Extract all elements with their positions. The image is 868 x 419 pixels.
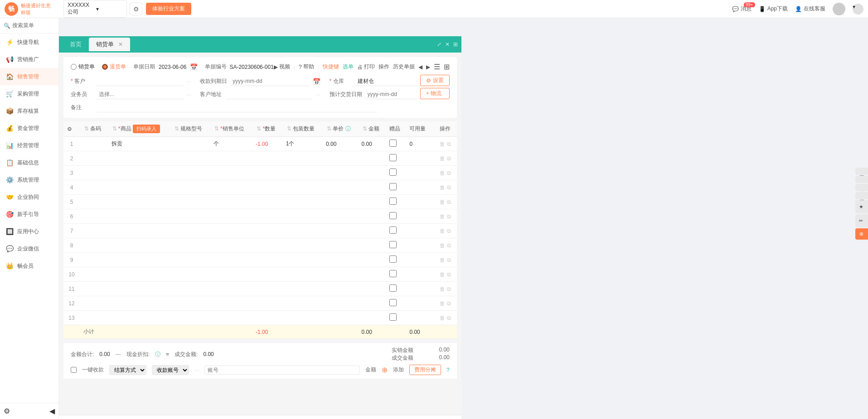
tab-sales-order[interactable]: 销货单 ✕ — [89, 38, 130, 51]
sort-icon[interactable]: ⇅ — [257, 125, 261, 132]
online-service-btn[interactable]: 👤 在线客服 — [795, 5, 825, 13]
delete-icon[interactable]: 🗑 — [440, 155, 445, 162]
fee-split-btn[interactable]: 费用分摊 — [409, 365, 441, 375]
account-more-icon[interactable]: ··· — [194, 367, 199, 373]
help-btn[interactable]: ? 帮助 — [299, 63, 314, 71]
delete-icon[interactable]: 🗑 — [440, 286, 445, 292]
shortcut-btn[interactable]: 快捷键 — [323, 63, 339, 71]
history-btn[interactable]: 历史单据 — [393, 63, 415, 71]
payment-due-calendar-icon[interactable]: 📅 — [313, 78, 320, 85]
delete-icon[interactable]: 🗑 — [440, 141, 445, 147]
list-view-btn[interactable]: ☰ — [434, 63, 440, 71]
sort-icon[interactable]: ⇅ — [287, 125, 291, 132]
sidebar-item-operations[interactable]: 📊 经营管理 — [0, 137, 58, 154]
sidebar-item-enterprise-wechat[interactable]: 💬 企业微信 — [0, 240, 58, 257]
sidebar-item-finance[interactable]: 💰 资金管理 — [0, 120, 58, 137]
delete-icon[interactable]: 🗑 — [440, 257, 445, 263]
gift-checkbox[interactable] — [389, 255, 397, 263]
gift-checkbox[interactable] — [389, 212, 397, 219]
customer-addr-more-icon[interactable]: ··· — [315, 92, 320, 98]
gift-checkbox[interactable] — [389, 197, 397, 205]
one-click-payment-checkbox[interactable] — [71, 367, 77, 373]
gift-checkbox[interactable] — [389, 313, 397, 321]
sort-icon[interactable]: ⇅ — [175, 125, 179, 132]
payment-due-input[interactable] — [230, 77, 310, 86]
print-btn[interactable]: 🖨 打印 — [357, 63, 375, 71]
copy-icon[interactable]: ⧉ — [447, 300, 451, 307]
delete-icon[interactable]: 🗑 — [440, 170, 445, 176]
operation-btn[interactable]: 操作 — [378, 63, 389, 71]
customer-addr-input[interactable] — [225, 90, 313, 99]
float-btn-invoice[interactable]: 票 — [855, 192, 868, 199]
date-calendar-icon[interactable]: 📅 — [190, 63, 198, 71]
gift-checkbox[interactable] — [389, 299, 397, 306]
sidebar-item-purchase-mgmt[interactable]: 🛒 采购管理 — [0, 85, 58, 102]
delete-icon[interactable]: 🗑 — [440, 228, 445, 234]
gift-checkbox[interactable] — [389, 241, 397, 248]
tab-close-icon[interactable]: ✕ — [118, 41, 123, 48]
gift-checkbox[interactable] — [389, 169, 397, 176]
sort-icon[interactable]: ⇅ — [214, 125, 219, 132]
sidebar-item-sales-mgmt[interactable]: 🏠 销售管理 — [0, 68, 58, 85]
copy-icon[interactable]: ⧉ — [447, 199, 451, 205]
sort-icon[interactable]: ⇅ — [84, 125, 89, 132]
delete-icon[interactable]: 🗑 — [440, 315, 445, 321]
next-btn[interactable]: ▶ — [426, 64, 430, 70]
delete-icon[interactable]: 🗑 — [440, 300, 445, 307]
account-select[interactable]: 收款账号 — [152, 365, 189, 375]
grid-view-btn[interactable]: ⊞ — [444, 63, 450, 71]
th-settings[interactable]: ⚙ — [63, 121, 80, 137]
user-arrow[interactable]: ▾ — [853, 4, 863, 14]
delete-icon[interactable]: 🗑 — [440, 184, 445, 191]
sidebar-item-quick-nav[interactable]: ⚡ 快捷导航 — [0, 34, 58, 51]
unit-price-info-icon[interactable]: ⓘ — [345, 125, 351, 132]
cash-discount-info-icon[interactable]: ⓘ — [155, 351, 160, 358]
customer-input[interactable] — [96, 77, 184, 86]
scan-btn[interactable]: 扫码录入 — [133, 125, 160, 133]
settings-icon-btn[interactable]: ⚙ — [130, 3, 142, 15]
account-number-input[interactable] — [204, 366, 360, 375]
logistics-btn[interactable]: + 物流 — [420, 88, 450, 99]
copy-icon[interactable]: ⧉ — [447, 213, 451, 220]
sidebar-settings-icon[interactable]: ⚙ — [4, 407, 10, 415]
float-btn-edit[interactable]: 改 — [855, 184, 868, 191]
cell-product[interactable]: 拆贡 — [108, 137, 170, 151]
gift-checkbox[interactable] — [389, 284, 397, 292]
radio-sale-order[interactable]: 销货单 — [71, 63, 95, 71]
sort-icon[interactable]: ⇅ — [363, 125, 367, 132]
copy-icon[interactable]: ⧉ — [447, 155, 451, 162]
delete-icon[interactable]: 🗑 — [440, 271, 445, 278]
float-btn-add[interactable]: ⊕ — [855, 228, 868, 240]
gift-checkbox[interactable] — [389, 226, 397, 234]
sort-icon[interactable]: ⇅ — [112, 125, 117, 132]
notes-input[interactable] — [96, 103, 377, 112]
radio-return-input[interactable] — [102, 64, 108, 70]
copy-icon[interactable]: ⧉ — [447, 286, 451, 292]
tab-grid-icon[interactable]: ⊞ — [453, 41, 458, 48]
trial-btn[interactable]: 体验行业方案 — [146, 3, 191, 15]
sidebar-collapse-icon[interactable]: ◀ — [49, 407, 55, 415]
copy-icon[interactable]: ⧉ — [447, 141, 451, 147]
cell-gift[interactable] — [386, 137, 406, 151]
add-icon[interactable]: ⊕ — [382, 366, 388, 374]
salesperson-more-icon[interactable]: ··· — [186, 92, 191, 98]
radio-sale-input[interactable] — [71, 64, 77, 70]
copy-icon[interactable]: ⧉ — [447, 242, 451, 249]
company-selector[interactable]: XXXXXX公司 ▾ — [63, 0, 127, 18]
salesperson-input[interactable] — [96, 90, 184, 99]
delete-icon[interactable]: 🗑 — [440, 199, 445, 205]
sidebar-search[interactable]: 🔍 搜索菜单 — [0, 18, 58, 34]
copy-icon[interactable]: ⧉ — [447, 257, 451, 263]
delete-icon[interactable]: 🗑 — [440, 213, 445, 220]
prev-btn[interactable]: ◀ — [418, 64, 422, 70]
copy-icon[interactable]: ⧉ — [447, 315, 451, 321]
gift-checkbox[interactable] — [389, 183, 397, 190]
sort-icon[interactable]: ⇅ — [327, 125, 331, 132]
cell-qty[interactable]: -1.00 — [252, 137, 282, 151]
copy-icon[interactable]: ⧉ — [447, 271, 451, 278]
sidebar-item-enterprise-collab[interactable]: 🤝 企业协同 — [0, 188, 58, 206]
fee-info-icon[interactable]: ? — [446, 367, 450, 373]
sidebar-item-app-center[interactable]: 🔲 应用中心 — [0, 223, 58, 240]
radio-return-order[interactable]: 退货单 — [102, 63, 126, 71]
copy-icon[interactable]: ⧉ — [447, 184, 451, 191]
